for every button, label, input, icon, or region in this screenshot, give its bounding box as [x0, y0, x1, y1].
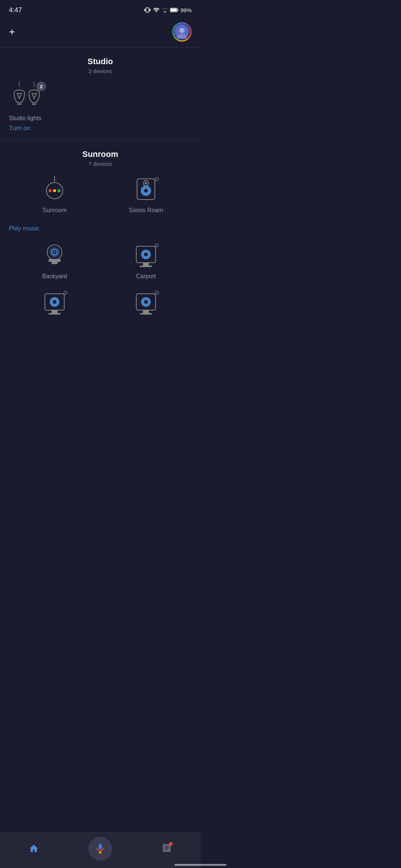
svg-point-4 [179, 28, 185, 33]
sunroom-device-label: Sunroom [43, 207, 67, 214]
sunroom-subtitle: 7 devices [9, 161, 192, 167]
avatar-container[interactable] [172, 22, 192, 42]
play-music-button[interactable]: Play music [9, 224, 39, 233]
studio-subtitle: 2 devices [9, 68, 192, 74]
svg-point-16 [58, 189, 61, 192]
backyard-label: Backyard [42, 273, 67, 280]
svg-point-39 [53, 300, 56, 304]
svg-point-28 [54, 251, 55, 253]
sunroom-devices-row-2: Backyard ⚙ Carport [9, 240, 192, 282]
carport-camera-icon: ⚙ [131, 240, 161, 270]
studio-section: Studio 2 devices 2 S [0, 48, 200, 140]
turn-on-button[interactable]: Turn on [9, 124, 30, 133]
carport-device: ⚙ Carport [100, 240, 192, 282]
svg-rect-36 [52, 310, 58, 313]
svg-point-19 [144, 189, 148, 193]
sonos-roam-gear-icon: ⚙ [154, 176, 159, 183]
vibrate-icon [144, 7, 151, 13]
svg-rect-1 [170, 9, 177, 11]
svg-rect-37 [49, 313, 61, 315]
device5-icon: ⚙ [40, 288, 69, 318]
battery-icon [170, 7, 178, 13]
top-bar: + [0, 19, 200, 47]
carport-label: Carport [136, 273, 156, 280]
sonos-roam-label: Sonos Roam [129, 207, 163, 214]
svg-rect-23 [52, 262, 58, 264]
sunroom-title: Sunroom [9, 149, 192, 159]
sonos-roam-icon: ⚙ [131, 174, 161, 204]
device6-gear-icon: ⚙ [154, 289, 159, 296]
status-time: 4:47 [9, 6, 22, 14]
sunroom-device-home-mini: Sunroom [9, 174, 100, 216]
svg-rect-31 [143, 263, 149, 266]
studio-lights-icon-container: 2 [9, 82, 46, 111]
wifi-icon [153, 7, 160, 13]
device6: ⚙ [100, 288, 192, 320]
sonos-roam-device: ⚙ Sonos Roam [100, 174, 192, 216]
svg-rect-41 [143, 310, 149, 313]
device5: ⚙ [9, 288, 100, 320]
device5-gear-icon: ⚙ [63, 289, 68, 296]
svg-point-34 [144, 253, 148, 256]
svg-point-14 [49, 189, 52, 192]
status-icons: 99% [144, 7, 192, 13]
svg-point-21 [145, 182, 147, 184]
svg-point-15 [53, 189, 56, 192]
studio-lights-badge: 2 [36, 82, 46, 91]
carport-gear-icon: ⚙ [154, 242, 159, 249]
signal-icon [162, 7, 168, 13]
studio-lights-device: 2 Studio lights Turn on [9, 82, 192, 133]
sunroom-devices-row-3: ⚙ ⚙ [9, 288, 192, 320]
svg-point-44 [144, 300, 148, 304]
svg-rect-42 [140, 313, 152, 315]
add-button[interactable]: + [9, 27, 15, 37]
home-mini-icon [40, 174, 69, 204]
studio-title: Studio [9, 57, 192, 66]
status-bar: 4:47 99% [0, 0, 200, 19]
backyard-device: Backyard [9, 240, 100, 282]
studio-lights-label: Studio lights [9, 115, 41, 122]
device6-icon: ⚙ [131, 288, 161, 318]
battery-percent: 99% [180, 7, 192, 13]
svg-rect-2 [177, 9, 178, 11]
backyard-camera-icon [40, 240, 69, 270]
sunroom-devices-row-1: Sunroom ⚙ Sonos Roam [9, 174, 192, 216]
svg-rect-32 [140, 266, 152, 267]
avatar [174, 24, 190, 40]
sunroom-section: Sunroom 7 devices Sunroom [0, 141, 200, 334]
